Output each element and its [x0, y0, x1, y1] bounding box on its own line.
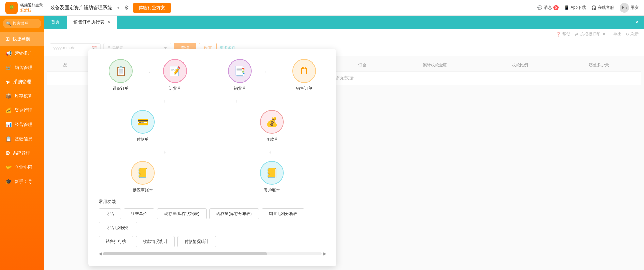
modal-scrollbar-container: ◀ ▶	[99, 251, 326, 256]
common-btn-stock-status[interactable]: 现存量(库存状况表)	[157, 208, 207, 219]
payment-bill-circle: 💳	[131, 110, 155, 134]
sidebar-item-quick-nav[interactable]: ⊞ 快捷导航	[0, 32, 44, 46]
user-btn[interactable]: Ea 用友	[620, 3, 639, 13]
headset-icon: 🎧	[591, 5, 596, 10]
flow-modal: 📋 进货订单 → 📝	[88, 49, 336, 266]
flow-row-2: 💳 付款单 💰 收款单	[99, 110, 326, 142]
purchase-order-icon: 📋	[115, 66, 127, 77]
sidebar-item-label-system: 系统管理	[13, 150, 30, 156]
purchase-icon: 🛍	[5, 79, 11, 85]
sidebar-item-purchase[interactable]: 🛍 采购管理	[0, 75, 44, 89]
sidebar-item-inventory[interactable]: 📦 库存核算	[0, 89, 44, 103]
tab-home[interactable]: 首页	[44, 16, 67, 29]
arrow-po-to-pb: →	[144, 68, 151, 83]
sales-icon: 🛒	[5, 65, 12, 71]
common-buttons: 商品 往来单位 现存量(库存状况表) 现存量(库存分布表) 销售毛利分析表 商品…	[99, 208, 326, 233]
sidebar-item-label-quick-nav: 快捷导航	[13, 36, 30, 42]
system-icon: ⚙	[5, 150, 10, 156]
basic-info-icon: 📋	[5, 136, 12, 142]
message-btn[interactable]: 💬 消息 5	[537, 5, 559, 11]
sales-order-icon: 🗒	[299, 66, 309, 77]
sidebar-item-label-finance: 资金管理	[15, 107, 32, 113]
search-label: 搜索菜单	[13, 21, 29, 26]
search-icon: 🔍	[6, 21, 11, 26]
sidebar-search-inner[interactable]: 🔍 搜索菜单	[3, 19, 41, 28]
sidebar-search-area[interactable]: 🔍 搜索菜单	[0, 16, 44, 32]
app-download-icon: 📱	[564, 5, 569, 10]
common-btn-parties[interactable]: 往来单位	[124, 208, 154, 219]
main-layout: 🔍 搜索菜单 ⊞ 快捷导航 📢 营销推广 🛒 销售管理 🛍 采购管理	[0, 16, 644, 270]
tab-bar-close-btn[interactable]: ×	[630, 16, 644, 29]
receipt-bill-icon: 💰	[266, 116, 278, 128]
common-btn-stock-dist[interactable]: 现存量(库存分布表)	[209, 208, 259, 219]
supplier-ledger-circle: 📒	[131, 161, 155, 185]
receipt-bill-circle: 💰	[260, 110, 284, 134]
top-bar-left: 🍀 畅康通好生意 标准版 装备及固定资产辅助管理系统 ▼ ⚙ 体验行业方案	[5, 2, 171, 14]
scroll-right-btn[interactable]: ▶	[323, 251, 326, 256]
arrow-rec-down: ↓	[248, 149, 292, 154]
sidebar-item-enterprise[interactable]: 🤝 企业协同	[0, 160, 44, 175]
common-btn-sales-profit[interactable]: 销售毛利分析表	[262, 208, 304, 219]
sales-order-node: 🗒 销售订单	[282, 59, 326, 91]
tab-sales-orders[interactable]: 销售订单执行表 ×	[67, 16, 117, 29]
sidebar-item-finance[interactable]: 💰 资金管理	[0, 103, 44, 118]
purchase-order-circle: 📋	[109, 59, 133, 83]
message-icon: 💬	[537, 5, 542, 10]
sidebar: 🔍 搜索菜单 ⊞ 快捷导航 📢 营销推广 🛒 销售管理 🛍 采购管理	[0, 16, 44, 270]
customer-ledger-icon: 📒	[266, 167, 278, 179]
tab-sales-orders-label: 销售订单执行表	[73, 19, 104, 25]
flow-row-arrows: ↓ ↓	[99, 98, 326, 103]
customer-ledger-label: 客户账本	[264, 187, 280, 193]
enterprise-icon: 🤝	[5, 164, 12, 170]
modal-overlay[interactable]: 📋 进货订单 → 📝	[44, 29, 644, 270]
common-section: 常用功能 商品 往来单位 现存量(库存状况表) 现存量(库存分布表) 销售毛利分…	[99, 199, 326, 247]
sidebar-item-system[interactable]: ⚙ 系统管理	[0, 146, 44, 160]
modal-scrollbar[interactable]	[103, 252, 322, 255]
sidebar-item-label-marketing: 营销推广	[15, 50, 32, 56]
sidebar-item-label-purchase: 采购管理	[13, 79, 31, 85]
common-btn-sales-rank[interactable]: 销售排行榜	[99, 236, 133, 247]
sidebar-item-sales[interactable]: 🛒 销售管理	[0, 60, 44, 75]
flow-row-1: 📋 进货订单 → 📝	[99, 59, 326, 91]
online-service-btn[interactable]: 🎧 在线客服	[591, 5, 614, 11]
arrow-pay-down: ↓	[143, 149, 187, 154]
sidebar-item-newbie[interactable]: 🎓 新手引导	[0, 175, 44, 189]
flow-row-arrows2: ↓ ↓	[99, 149, 326, 154]
common-buttons-row2: 销售排行榜 收款情况统计 付款情况统计	[99, 236, 326, 247]
arrow-sb-down: ↓	[214, 98, 258, 103]
system-dropdown-arrow[interactable]: ▼	[116, 5, 120, 10]
common-btn-receipt-stats[interactable]: 收款情况统计	[136, 236, 175, 247]
sidebar-item-label-basic-info: 基础信息	[15, 136, 32, 142]
app-container: 🍀 畅康通好生意 标准版 装备及固定资产辅助管理系统 ▼ ⚙ 体验行业方案 💬 …	[0, 0, 644, 270]
sidebar-item-operations[interactable]: 📊 经营管理	[0, 118, 44, 132]
quick-nav-icon: ⊞	[5, 36, 10, 42]
flow-diagram: 📋 进货订单 → 📝	[99, 59, 326, 193]
marketing-icon: 📢	[5, 50, 12, 56]
app-download-btn[interactable]: 📱 App下载	[564, 5, 586, 11]
common-btn-product[interactable]: 商品	[99, 208, 121, 219]
sidebar-item-marketing[interactable]: 📢 营销推广	[0, 46, 44, 60]
operations-icon: 📊	[5, 122, 12, 128]
settings-icon[interactable]: ⚙	[124, 4, 129, 11]
scroll-left-btn[interactable]: ◀	[99, 251, 102, 256]
sales-order-label: 销售订单	[296, 86, 312, 91]
tab-close-btn[interactable]: ×	[108, 20, 110, 24]
arrow-sb-to-so: ← ─ ─ ─	[264, 69, 280, 82]
top-bar: 🍀 畅康通好生意 标准版 装备及固定资产辅助管理系统 ▼ ⚙ 体验行业方案 💬 …	[0, 0, 644, 16]
common-btn-product-profit[interactable]: 商品毛利分析	[99, 222, 137, 233]
user-label: 用友	[630, 5, 639, 11]
supplier-ledger-label: 供应商账本	[133, 187, 153, 193]
tab-home-label: 首页	[51, 19, 60, 25]
sidebar-item-label-newbie: 新手引导	[15, 179, 32, 185]
common-btn-payment-stats[interactable]: 付款情况统计	[177, 236, 216, 247]
payment-bill-node: 💳 付款单	[121, 110, 165, 142]
receipt-bill-label: 收款单	[266, 137, 278, 142]
newbie-icon: 🎓	[5, 179, 12, 185]
finance-icon: 💰	[5, 107, 12, 113]
experience-btn[interactable]: 体验行业方案	[133, 3, 171, 13]
purchase-bill-circle: 📝	[163, 59, 187, 83]
app-download-label: App下载	[571, 5, 586, 11]
sidebar-item-basic-info[interactable]: 📋 基础信息	[0, 132, 44, 146]
system-title: 装备及固定资产辅助管理系统	[50, 5, 112, 11]
sales-order-circle: 🗒	[292, 59, 316, 83]
